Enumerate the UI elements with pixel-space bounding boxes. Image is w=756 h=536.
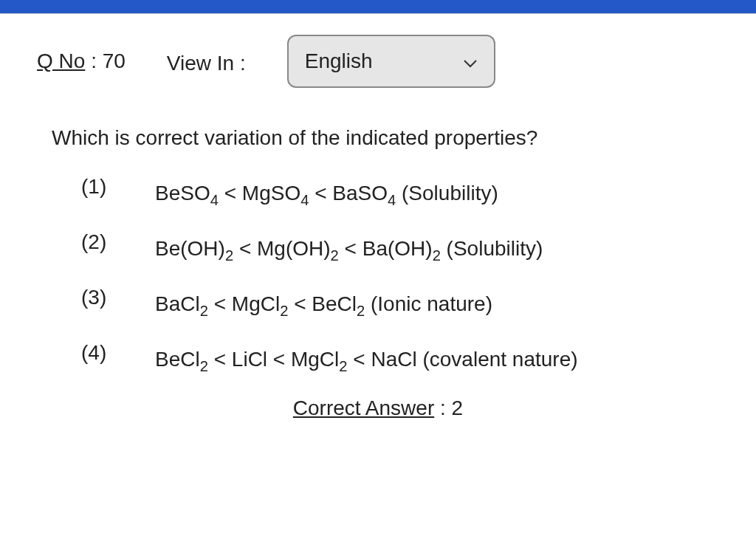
language-select[interactable]: English xyxy=(287,35,495,88)
option-2[interactable]: (2) Be(OH)2 < Mg(OH)2 < Ba(OH)2 (Solubil… xyxy=(81,230,719,267)
chevron-down-icon xyxy=(463,49,478,73)
option-1[interactable]: (1) BeSO4 < MgSO4 < BaSO4 (Solubility) xyxy=(81,175,719,211)
correct-answer: Correct Answer : 2 xyxy=(37,396,719,420)
question-panel: Q No : 70 View In : English Which is cor… xyxy=(0,13,756,435)
viewin-label: View In : xyxy=(167,52,246,75)
option-3[interactable]: (3) BaCl2 < MgCl2 < BeCl2 (Ionic nature) xyxy=(81,286,719,322)
correct-answer-colon: : xyxy=(440,396,452,419)
option-number: (1) xyxy=(81,175,155,199)
option-number: (2) xyxy=(81,230,155,254)
options-list: (1) BeSO4 < MgSO4 < BaSO4 (Solubility) (… xyxy=(81,175,719,377)
question-text: Which is correct variation of the indica… xyxy=(52,126,719,150)
correct-answer-value: 2 xyxy=(452,396,464,419)
option-text: BeSO4 < MgSO4 < BaSO4 (Solubility) xyxy=(155,175,719,211)
option-number: (4) xyxy=(81,341,155,365)
question-number-colon: : xyxy=(91,49,103,72)
option-4[interactable]: (4) BeCl2 < LiCl < MgCl2 < NaCl (covalen… xyxy=(81,341,719,377)
option-text: BaCl2 < MgCl2 < BeCl2 (Ionic nature) xyxy=(155,286,719,322)
option-number: (3) xyxy=(81,286,155,309)
question-number: Q No : 70 xyxy=(37,49,126,73)
correct-answer-label: Correct Answer xyxy=(293,396,434,419)
option-text: Be(OH)2 < Mg(OH)2 < Ba(OH)2 (Solubility) xyxy=(155,230,719,267)
header-row: Q No : 70 View In : English xyxy=(37,35,719,88)
question-number-label: Q No xyxy=(37,49,85,72)
question-number-value: 70 xyxy=(103,49,126,72)
language-selected-value: English xyxy=(305,49,373,73)
top-bar xyxy=(0,0,756,13)
option-text: BeCl2 < LiCl < MgCl2 < NaCl (covalent na… xyxy=(155,341,719,377)
